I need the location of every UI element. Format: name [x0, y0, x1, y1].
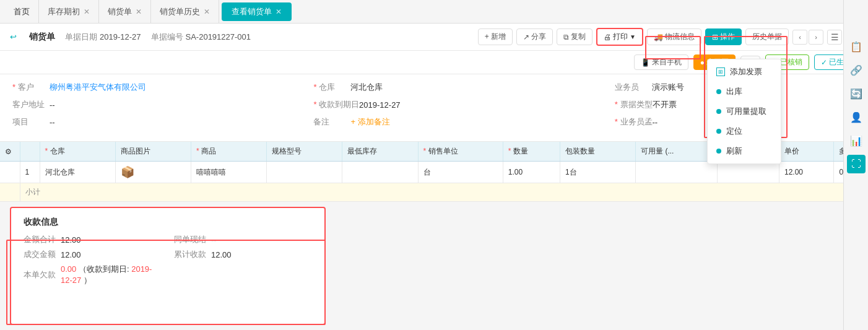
ticket-type-label: 票据类型: [615, 99, 653, 110]
phone-icon: 📱: [641, 58, 650, 67]
total-amount-row: 金额合计 12.00: [24, 234, 162, 245]
confirmed-label: 已核销: [780, 57, 802, 67]
tab-sales-label: 销货单: [108, 6, 132, 17]
new-label: + 新增: [485, 32, 506, 42]
effective-icon: ✓: [821, 58, 827, 67]
project-value: --: [50, 118, 55, 127]
doc-date-value: 2019-12-27: [100, 32, 141, 41]
copy-label: 复制: [571, 32, 586, 42]
sidebar-icon-5[interactable]: 📊: [847, 131, 866, 150]
tab-view-label: 查看销货单: [232, 6, 272, 17]
col-product: 商品: [191, 142, 266, 162]
customer-field: 客户 柳州粤港平安气体有限公司: [12, 82, 313, 93]
sidebar-icon-1[interactable]: 📋: [847, 37, 866, 56]
total-amount-value: 12.00: [61, 235, 81, 245]
cumulative-row: 累计收款 12.00: [174, 249, 312, 260]
tab-inventory-close[interactable]: ✕: [84, 7, 90, 16]
sidebar-icon-3[interactable]: 🔄: [847, 84, 866, 103]
share-label: 分享: [531, 32, 546, 42]
row-product: 嘻嘻嘻嘻: [191, 162, 266, 183]
tab-history-label: 销货单历史: [160, 6, 200, 17]
sidebar-icon-expand[interactable]: ⛶: [847, 155, 866, 173]
note-field: 备注 + 添加备注: [313, 116, 614, 128]
subtotal-label: 小计: [20, 183, 868, 202]
same-order-label: 同单现结: [174, 234, 206, 245]
bottom-area: 收款信息 金额合计 12.00 同单现结 -- 成交金额 12.00: [0, 202, 868, 330]
payment-grid: 金额合计 12.00 同单现结 -- 成交金额 12.00 累计收款 12.00: [24, 234, 312, 286]
project-field: 项目 --: [12, 116, 313, 128]
current-owe-row: 本单欠款 0.00 （收款到期日: 2019-12-27 ）: [24, 264, 162, 286]
col-min-stock: 最低库存: [342, 142, 418, 162]
doc-number-value: SA-20191227-001: [186, 32, 251, 41]
doc-icon: ↩: [10, 32, 17, 41]
col-warehouse: 仓库: [40, 142, 115, 162]
refresh-icon: [716, 149, 721, 154]
list-view-button[interactable]: ☰: [827, 30, 842, 45]
dropdown-get-available[interactable]: 可用量提取: [708, 102, 781, 121]
refresh-label: 刷新: [726, 145, 742, 157]
row-unit: 台: [418, 162, 503, 183]
get-available-label: 可用量提取: [726, 106, 766, 117]
from-phone-button[interactable]: 📱 来自手机: [634, 54, 688, 70]
add-invoice-icon: ⊞: [716, 67, 725, 76]
share-icon: ↗: [523, 33, 529, 41]
row-available: [636, 162, 718, 183]
tab-sales-order[interactable]: 销货单 ✕: [99, 0, 151, 24]
row-pack-qty: 1台: [560, 162, 635, 183]
tab-view-sales[interactable]: 查看销货单 ✕: [222, 2, 292, 21]
col-qty: 数量: [503, 142, 560, 162]
ops-button[interactable]: ⊞ 操作: [705, 28, 742, 45]
print-label: 打印: [613, 32, 628, 42]
doc-type-label: 销货单: [29, 32, 55, 43]
staff-value: 演示账号: [652, 82, 684, 93]
tab-inventory-init[interactable]: 库存期初 ✕: [39, 0, 99, 24]
print-dropdown-icon: ▼: [630, 33, 636, 40]
row-settings: [0, 162, 20, 183]
customer-label: 客户: [12, 82, 50, 93]
get-available-icon: [716, 109, 721, 114]
current-owe-label: 本单欠款: [24, 269, 56, 280]
logistics-button[interactable]: 🚚 物流信息: [647, 28, 701, 45]
doc-number-field: 单据编号 SA-20191227-001: [151, 32, 251, 43]
tab-sales-history[interactable]: 销货单历史 ✕: [151, 0, 219, 24]
same-order-value: --: [211, 235, 217, 245]
next-button[interactable]: ›: [809, 30, 823, 45]
outbound-label: 出库: [726, 86, 742, 97]
dropdown-add-invoice[interactable]: ⊞ 添加发票: [708, 62, 781, 82]
right-sidebar: 📋 🔗 🔄 👤 📊 ⛶: [843, 0, 868, 330]
staff2-value: --: [653, 118, 658, 127]
nav-arrows: ‹ ›: [792, 30, 823, 45]
address-label: 客户地址: [12, 99, 50, 110]
row-stock: [718, 162, 779, 183]
col-settings[interactable]: ⚙: [0, 142, 20, 162]
share-button[interactable]: ↗ 分享: [516, 28, 553, 45]
prev-button[interactable]: ‹: [792, 30, 807, 45]
copy-button[interactable]: ⧉ 复制: [557, 28, 592, 45]
payment-date-label: 收款到期日: [313, 99, 359, 110]
col-spec: 规格型号: [267, 142, 342, 162]
total-amount-label: 金额合计: [24, 234, 56, 245]
tab-sales-close[interactable]: ✕: [136, 7, 142, 16]
tab-history-close[interactable]: ✕: [204, 7, 210, 16]
dropdown-outbound[interactable]: 出库: [708, 82, 781, 102]
col-available: 可用量 (...: [636, 142, 718, 162]
col-image: 商品图片: [115, 142, 191, 162]
history-label: 历史单据: [752, 32, 782, 42]
sidebar-icon-4[interactable]: 👤: [847, 108, 866, 126]
sidebar-icon-2[interactable]: 🔗: [847, 61, 866, 79]
row-price: 12.00: [779, 162, 834, 183]
tab-home[interactable]: 首页: [5, 0, 39, 24]
outbound-icon: [716, 89, 721, 94]
tab-view-close[interactable]: ✕: [276, 7, 282, 16]
doc-date-field: 单据日期 2019-12-27: [65, 32, 141, 43]
add-note-button[interactable]: + 添加备注: [350, 116, 389, 128]
ticket-type-value: 不开票: [653, 99, 677, 110]
warehouse-field: 仓库 河北仓库: [313, 82, 614, 93]
new-button[interactable]: + 新增: [478, 28, 513, 45]
print-button[interactable]: 🖨 打印 ▼: [596, 28, 643, 46]
dropdown-refresh[interactable]: 刷新: [708, 141, 781, 161]
history-button[interactable]: 历史单据: [745, 28, 789, 45]
dropdown-locate[interactable]: 定位: [708, 121, 781, 141]
current-owe-value: 0.00 （收款到期日: 2019-12-27 ）: [61, 264, 162, 286]
payment-box: 收款信息 金额合计 12.00 同单现结 -- 成交金额 12.00: [10, 207, 326, 325]
